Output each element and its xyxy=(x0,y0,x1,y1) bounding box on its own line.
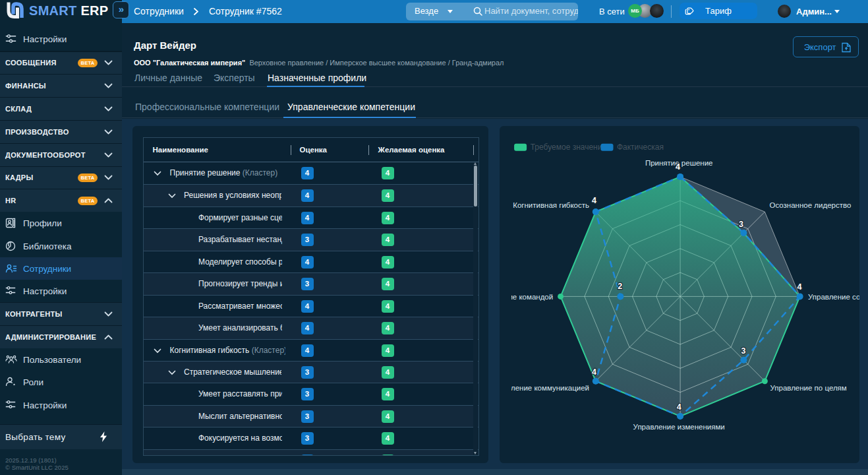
svg-text:Когнитивная гибкость: Когнитивная гибкость xyxy=(513,201,589,209)
svg-text:4: 4 xyxy=(676,402,681,412)
svg-text:4: 4 xyxy=(591,367,596,377)
svg-text:Осознанное лидерство: Осознанное лидерство xyxy=(769,201,851,209)
svg-text:Управление коммуникацией: Управление коммуникацией xyxy=(511,384,589,392)
svg-text:Требуемое значение: Требуемое значение xyxy=(530,142,606,152)
svg-text:2: 2 xyxy=(618,282,622,291)
svg-text:3: 3 xyxy=(741,346,745,356)
svg-text:Управление командой: Управление командой xyxy=(511,293,553,301)
svg-text:3: 3 xyxy=(739,220,743,229)
svg-text:4: 4 xyxy=(797,282,801,292)
svg-text:Управление изменениями: Управление изменениями xyxy=(633,423,724,431)
svg-text:Фактическая: Фактическая xyxy=(616,142,663,152)
svg-text:Управление по целям: Управление по целям xyxy=(770,384,846,392)
svg-text:4: 4 xyxy=(591,196,596,205)
svg-text:4: 4 xyxy=(676,162,680,172)
svg-text:Управление сотрудниками: Управление сотрудниками xyxy=(808,293,859,301)
